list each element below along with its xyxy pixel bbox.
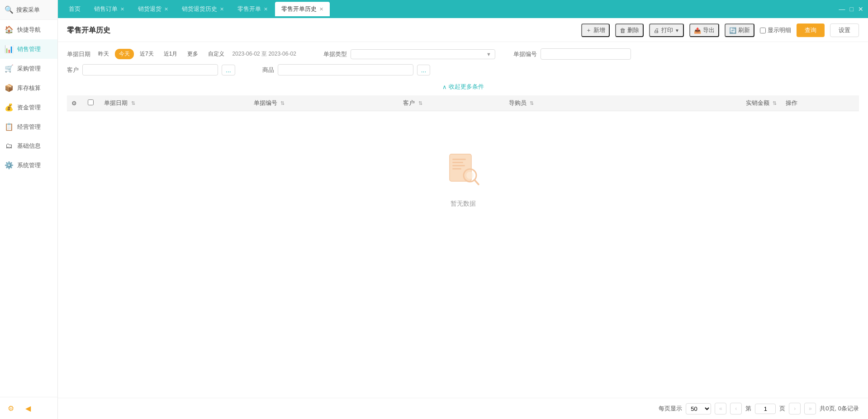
table-area: ⚙ 单据日期 ⇅ 单据编号 ⇅ <box>58 95 868 398</box>
doc-no-label: 单据编号 <box>513 50 537 58</box>
prev-page-btn[interactable]: ‹ <box>730 403 742 414</box>
collapse-filter-btn[interactable]: ∧ 收起更多条件 <box>67 80 859 95</box>
date-btns: 昨天 今天 近7天 近1月 更多 自定义 <box>94 49 228 59</box>
data-table: ⚙ 单据日期 ⇅ 单据编号 ⇅ <box>67 95 859 244</box>
page-label: 页 <box>779 405 785 413</box>
sidebar-item-quick-nav[interactable]: 🏠 快捷导航 <box>0 20 57 39</box>
sidebar-item-inventory[interactable]: 📦 库存核算 <box>0 78 57 98</box>
query-button[interactable]: 查询 <box>797 24 825 37</box>
print-button[interactable]: 🖨 打印 ▼ <box>649 24 684 37</box>
sidebar-item-label: 资金管理 <box>17 104 41 112</box>
sidebar-item-purchase-mgmt[interactable]: 🛒 采购管理 <box>0 59 57 78</box>
sidebar-item-sys-mgmt[interactable]: ⚙️ 系统管理 <box>0 155 57 175</box>
finance-icon: 💰 <box>5 103 14 112</box>
first-page-btn[interactable]: « <box>715 403 726 414</box>
per-page-select[interactable]: 10 20 50 100 <box>686 403 711 414</box>
tab-retail-history-close[interactable]: ✕ <box>319 7 323 12</box>
page-input[interactable] <box>755 404 776 414</box>
date-today-btn[interactable]: 今天 <box>115 49 134 59</box>
customer-sort-icon[interactable]: ⇅ <box>418 100 422 106</box>
amount-sort-icon[interactable]: ⇅ <box>773 100 777 106</box>
sidebar-item-label: 销售管理 <box>17 45 41 53</box>
svg-rect-4 <box>452 168 461 169</box>
tab-home[interactable]: 首页 <box>62 2 87 16</box>
delete-label: 删除 <box>627 26 639 34</box>
th-salesperson[interactable]: 导购员 ⇅ <box>504 95 632 111</box>
doc-no-input[interactable] <box>541 48 631 60</box>
customer-input[interactable] <box>82 64 218 75</box>
refresh-button[interactable]: 🔄 刷新 <box>725 24 754 37</box>
th-no-label: 单据编号 <box>254 99 277 106</box>
customer-browse-btn[interactable]: ... <box>222 65 235 75</box>
settings-col-icon[interactable]: ⚙ <box>71 100 77 107</box>
date-last-month-btn[interactable]: 近1月 <box>160 49 182 59</box>
collapse-sidebar-btn[interactable]: ◀ <box>22 402 34 414</box>
th-date[interactable]: 单据日期 ⇅ <box>100 95 249 111</box>
th-no[interactable]: 单据编号 ⇅ <box>249 95 399 111</box>
salesperson-sort-icon[interactable]: ⇅ <box>530 100 534 106</box>
page-info: 第 <box>745 405 751 413</box>
maximize-btn[interactable]: □ <box>850 5 854 13</box>
sidebar-footer: ⚙ ◀ <box>0 397 57 419</box>
last-page-btn[interactable]: » <box>804 403 816 414</box>
sys-icon: ⚙️ <box>5 161 14 169</box>
sidebar-item-finance[interactable]: 💰 资金管理 <box>0 98 57 117</box>
no-sort-icon[interactable]: ⇅ <box>280 100 285 106</box>
product-browse-btn[interactable]: ... <box>417 65 431 75</box>
print-icon: 🖨 <box>654 27 659 34</box>
th-amount[interactable]: 实销金额 ⇅ <box>632 95 782 111</box>
display-detail-checkbox[interactable] <box>760 28 766 33</box>
filter-area: 单据日期 昨天 今天 近7天 近1月 更多 自定义 2023-06-02 至 2… <box>58 42 868 95</box>
filter-doc-no-item: 单据编号 <box>513 48 631 60</box>
tab-sales-return-label: 销货退货 <box>138 5 161 13</box>
next-page-btn[interactable]: › <box>789 403 801 414</box>
filter-date-item: 单据日期 昨天 今天 近7天 近1月 更多 自定义 2023-06-02 至 2… <box>67 49 296 59</box>
print-label: 打印 <box>661 26 673 34</box>
tab-sales-return-close[interactable]: ✕ <box>164 7 168 12</box>
th-settings[interactable]: ⚙ <box>67 95 83 111</box>
th-checkbox[interactable] <box>83 95 100 111</box>
date-last7-btn[interactable]: 近7天 <box>136 49 158 59</box>
inventory-icon: 📦 <box>5 84 14 92</box>
content: 零售开单历史 ＋ 新增 🗑 删除 🖨 打印 ▼ 📤 导出 <box>58 18 868 419</box>
sidebar-item-sales-mgmt[interactable]: 📊 销售管理 <box>0 39 57 59</box>
display-detail-check[interactable]: 显示明细 <box>760 26 791 34</box>
tab-retail-history[interactable]: 零售开单历史 ✕ <box>275 2 330 16</box>
th-actions: 操作 <box>781 95 859 111</box>
select-all-checkbox[interactable] <box>88 99 94 105</box>
tab-retail-open[interactable]: 零售开单 ✕ <box>231 2 274 16</box>
sales-icon: 📊 <box>5 45 14 53</box>
tab-sales-order-close[interactable]: ✕ <box>120 7 124 12</box>
tab-sales-return[interactable]: 销货退货 ✕ <box>132 2 175 16</box>
tab-retail-open-close[interactable]: ✕ <box>264 7 268 12</box>
date-more-btn[interactable]: 更多 <box>183 49 202 59</box>
date-yesterday-btn[interactable]: 昨天 <box>94 49 113 59</box>
tab-sales-return-history-close[interactable]: ✕ <box>220 7 224 12</box>
sidebar-item-ops-mgmt[interactable]: 📋 经营管理 <box>0 117 57 137</box>
delete-icon: 🗑 <box>620 27 626 34</box>
filter-product-item: 商品 ... <box>262 64 431 75</box>
sidebar-search[interactable]: 🔍 搜索采单 <box>0 0 57 20</box>
minimize-btn[interactable]: — <box>839 5 845 13</box>
print-arrow: ▼ <box>675 28 679 33</box>
sidebar-item-basic-info[interactable]: 🗂 基础信息 <box>0 137 57 155</box>
th-customer[interactable]: 客户 ⇅ <box>398 95 504 111</box>
product-input[interactable] <box>278 64 413 75</box>
date-sort-icon[interactable]: ⇅ <box>131 100 135 106</box>
add-button[interactable]: ＋ 新增 <box>581 24 610 37</box>
doc-type-select[interactable]: ▼ <box>351 49 495 59</box>
tab-sales-return-history[interactable]: 销货退货历史 ✕ <box>175 2 230 16</box>
date-custom-btn[interactable]: 自定义 <box>204 49 228 59</box>
refresh-icon: 🔄 <box>729 27 736 34</box>
settings-footer-icon: ⚙ <box>8 404 14 413</box>
delete-button[interactable]: 🗑 删除 <box>615 24 644 37</box>
settings-footer-btn[interactable]: ⚙ <box>5 402 17 414</box>
sidebar-item-label: 系统管理 <box>17 161 41 169</box>
tab-sales-order[interactable]: 销售订单 ✕ <box>88 2 131 16</box>
add-label: 新增 <box>593 26 605 34</box>
close-btn[interactable]: ✕ <box>858 5 863 13</box>
export-button[interactable]: 📤 导出 <box>689 24 719 37</box>
customer-label: 客户 <box>67 66 79 74</box>
settings-button[interactable]: 设置 <box>830 24 859 37</box>
empty-state: 暂无数据 <box>67 111 859 244</box>
